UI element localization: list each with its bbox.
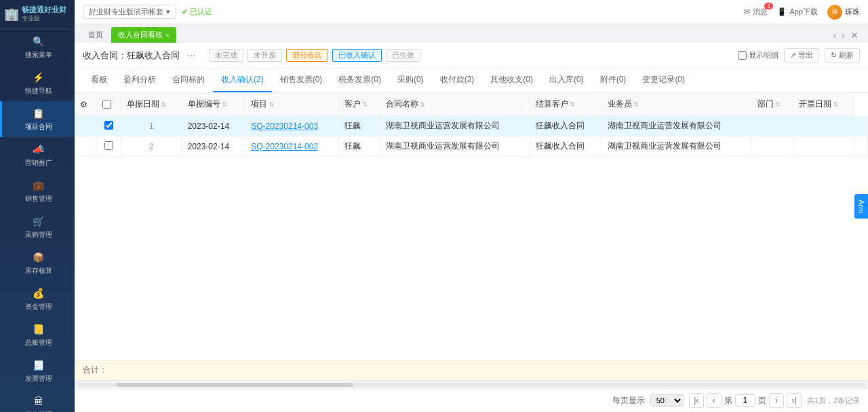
sub-tab-profit[interactable]: 盈利分析: [115, 69, 164, 92]
sidebar-item-marketing[interactable]: 📣 营销推广: [0, 137, 75, 173]
col-header-checkbox: [97, 93, 121, 116]
prev-page-button[interactable]: ‹: [707, 393, 722, 408]
sub-tab-change-log[interactable]: 变更记录(0): [634, 69, 693, 92]
invoice-icon: 🧾: [32, 358, 45, 372]
sub-tab-other[interactable]: 其他收支(0): [482, 69, 541, 92]
header-actions: 显示明细 ↗ 导出 ↻ 刷新: [738, 48, 860, 62]
first-page-button[interactable]: |‹: [689, 393, 704, 408]
col-header-result_customer[interactable]: 结算客户⇅: [530, 93, 602, 116]
home-tab[interactable]: 首页: [83, 27, 108, 43]
last-page-button[interactable]: ›|: [787, 393, 802, 408]
row-customer-0: 湖南卫视商业运营发展有限公司: [380, 116, 530, 136]
status-tag-partial[interactable]: 部分收款: [286, 49, 328, 62]
app-download-button[interactable]: 📱 App下载: [777, 7, 818, 17]
scroll-thumb[interactable]: [117, 383, 353, 387]
page-size-label: 每页显示: [612, 395, 645, 407]
scrollbar-area[interactable]: [75, 380, 868, 388]
sub-tab-warehouse[interactable]: 出入库(0): [541, 69, 592, 92]
page-size-select[interactable]: 50 100 200: [650, 394, 684, 407]
tab-label: 收入合同看板: [118, 30, 163, 40]
col-header-customer[interactable]: 客户⇅: [339, 93, 380, 116]
total-label: 合计：: [83, 365, 107, 375]
inventory-icon: 📦: [32, 250, 45, 264]
col-header-settings: ⚙: [75, 93, 97, 116]
sidebar-item-fund[interactable]: 💰 资金管理: [0, 281, 75, 317]
export-button[interactable]: ↗ 导出: [784, 48, 819, 62]
col-label-customer: 客户: [344, 98, 361, 110]
sub-tab-subject[interactable]: 合同标的: [164, 69, 213, 92]
col-header-project[interactable]: 项目⇅: [245, 93, 339, 116]
sidebar-item-search[interactable]: 🔍 搜索菜单: [0, 29, 75, 65]
row-number-0[interactable]: SQ-20230214-003: [245, 116, 339, 136]
row-checkbox-0[interactable]: [97, 116, 121, 136]
col-label-date: 单据日期: [127, 98, 159, 110]
row-date-1: 2023-02-14: [182, 136, 245, 157]
contract-tab[interactable]: 收入合同看板 ×: [111, 27, 176, 43]
page-input[interactable]: [735, 394, 755, 407]
sub-tab-sales-invoice[interactable]: 销售发票(0): [272, 69, 331, 92]
row-result-1: 湖南卫视商业运营发展有限公司: [602, 136, 752, 157]
sub-tab-purchase[interactable]: 采购(0): [389, 69, 432, 92]
right-float-button[interactable]: Arm: [854, 193, 868, 218]
col-label-contract_name: 合同名称: [386, 98, 418, 110]
sidebar-item-invoice[interactable]: 🧾 发票管理: [0, 353, 75, 389]
col-header-salesperson[interactable]: 业务员⇅: [602, 93, 752, 116]
show-detail-checkbox[interactable]: 显示明细: [738, 48, 778, 62]
sidebar-item-purchase[interactable]: 🛒 采购管理: [0, 209, 75, 245]
sort-icon: ⇅: [833, 100, 838, 108]
row-settings-0: [75, 116, 97, 136]
status-tag-confirmed[interactable]: 已收入确认: [332, 49, 382, 62]
search-icon: 🔍: [32, 35, 45, 48]
main-area: 好业财专业版演示帐套 ▾ ✔ 已认证 ✉ 消息 1 📱 App下载 珠 珠珠: [75, 0, 868, 412]
sidebar-item-ledger[interactable]: 📒 总账管理: [0, 317, 75, 353]
prev-tab-icon[interactable]: ‹: [832, 30, 838, 41]
status-tag-no-invoice[interactable]: 未开票: [248, 49, 282, 62]
col-header-number[interactable]: 单据编号⇅: [182, 93, 245, 116]
sidebar-item-sales[interactable]: 💼 销售管理: [0, 173, 75, 209]
sort-icon: ⇅: [420, 100, 425, 108]
sub-tab-tax-invoice[interactable]: 税务发票(0): [330, 69, 389, 92]
row-result-0: 湖南卫视商业运营发展有限公司: [602, 116, 752, 136]
show-detail-input[interactable]: [738, 51, 747, 60]
next-tab-icon[interactable]: ›: [840, 30, 846, 41]
select-all-checkbox[interactable]: [102, 100, 111, 109]
row-project-0: 狂飙: [339, 116, 380, 136]
sub-tab-attachment[interactable]: 附件(0): [592, 69, 635, 92]
sidebar-label-invoice: 发票管理: [25, 374, 52, 383]
col-header-contract_name[interactable]: 合同名称⇅: [380, 93, 530, 116]
col-header-date[interactable]: 单据日期⇅: [121, 93, 182, 116]
table-row[interactable]: 1 2023-02-14 SQ-20230214-003 狂飙 湖南卫视商业运营…: [75, 116, 868, 136]
scroll-track[interactable]: [77, 383, 865, 387]
message-button[interactable]: ✉ 消息 1: [744, 7, 768, 17]
row-dept-1: [793, 136, 854, 157]
refresh-button[interactable]: ↻ 刷新: [825, 48, 860, 62]
tab-bar: 首页 收入合同看板 × ‹ › ✕: [75, 24, 868, 43]
status-tag-effective[interactable]: 已生效: [386, 49, 420, 62]
close-tab-icon[interactable]: ✕: [849, 30, 860, 41]
user-menu[interactable]: 珠 珠珠: [827, 5, 860, 20]
settings-icon[interactable]: ⚙: [80, 100, 87, 109]
company-selector[interactable]: 好业财专业版演示帐套 ▾: [83, 5, 176, 19]
row-checkbox-1[interactable]: [97, 136, 121, 157]
row-dept-0: [793, 116, 854, 136]
sidebar-item-contract[interactable]: 📋 项目合同: [0, 101, 75, 137]
table-container[interactable]: ⚙单据日期⇅单据编号⇅项目⇅客户⇅合同名称⇅结算客户⇅业务员⇅部门⇅开票日期⇅ …: [75, 93, 868, 360]
next-page-button[interactable]: ›: [769, 393, 784, 408]
close-icon[interactable]: ×: [165, 31, 170, 39]
sidebar-item-tax[interactable]: 🏛 税务管理: [0, 389, 75, 412]
row-number-1[interactable]: SQ-20230214-002: [245, 136, 339, 157]
sub-tab-payment[interactable]: 收付款(2): [432, 69, 483, 92]
sidebar-item-quicknav[interactable]: ⚡ 快捷导航: [0, 65, 75, 101]
sub-tab-kanban[interactable]: 看板: [83, 69, 115, 92]
table-row[interactable]: 2 2023-02-14 SQ-20230214-002 狂飙 湖南卫视商业运营…: [75, 136, 868, 157]
more-button[interactable]: ···: [186, 50, 195, 62]
col-header-invoice_date[interactable]: 开票日期⇅: [793, 93, 854, 116]
table-body: 1 2023-02-14 SQ-20230214-003 狂飙 湖南卫视商业运营…: [75, 116, 868, 157]
sidebar-item-inventory[interactable]: 📦 库存核算: [0, 245, 75, 281]
col-header-department[interactable]: 部门⇅: [752, 93, 793, 116]
status-tag-incomplete[interactable]: 未完成: [209, 49, 243, 62]
topbar-left: 好业财专业版演示帐套 ▾ ✔ 已认证: [83, 5, 212, 19]
sub-tab-income[interactable]: 收入确认(2): [213, 69, 272, 92]
message-icon: ✉: [744, 7, 750, 16]
col-label-number: 单据编号: [188, 98, 220, 110]
